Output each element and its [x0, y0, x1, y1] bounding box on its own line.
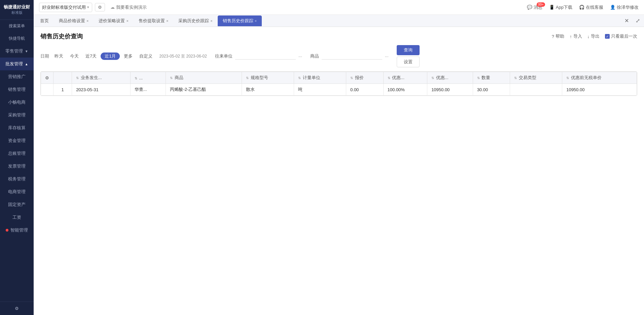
page-content: 销售历史价查询 ? 帮助 ↑ 导入 ↓ 导出 ✓ 只看最后一次 [34, 27, 644, 315]
row-date-cell: 2023-05-31 [72, 84, 131, 96]
topbar-settings-button[interactable]: ⚙ [95, 3, 105, 11]
date-options: 昨天 今天 近7天 近1月 更多 自定义 [52, 53, 155, 60]
tab-home[interactable]: 首页 [35, 15, 54, 26]
sidebar-item-ledger[interactable]: 总账管理 [0, 147, 34, 160]
tab-close-all-button[interactable]: ✕ [622, 17, 632, 25]
mobile-icon: 📱 [549, 5, 554, 10]
sort-price-icon: ⇅ [350, 76, 353, 80]
help-icon: ? [552, 34, 554, 39]
col-price[interactable]: ⇅ 报价 [346, 72, 384, 84]
date-opt-last7[interactable]: 近7天 [83, 53, 99, 60]
date-range-display: 2023-05-02 至 2023-06-02 [159, 54, 207, 59]
app-selector[interactable]: 好业财标准版交付试用 ▾ [39, 3, 92, 12]
source-unit-input[interactable] [235, 53, 296, 60]
page-header: 销售历史价查询 ? 帮助 ↑ 导入 ↓ 导出 ✓ 只看最后一次 [40, 32, 637, 40]
row-pretax-cell: 10950.00 [562, 84, 637, 96]
sidebar-item-marketing[interactable]: 营销推广 [0, 70, 34, 83]
cloud-icon: ☁ [110, 5, 115, 10]
help-button[interactable]: ? 帮助 [552, 33, 564, 39]
app-download-button[interactable]: 📱 App下载 [549, 4, 572, 10]
sidebar-item-finance[interactable]: 资金管理 [0, 134, 34, 147]
sidebar-item-xiao[interactable]: 小畅电商 [0, 96, 34, 109]
sort-discount1-icon: ⇅ [388, 76, 390, 80]
col-more[interactable]: ⇅ ... [130, 72, 166, 84]
row-settings-cell [41, 84, 53, 96]
source-unit-more-dots[interactable]: ··· [298, 54, 302, 59]
tab-sale-extract[interactable]: 售价提取设置 × [134, 15, 173, 26]
headset-icon: 🎧 [579, 5, 584, 10]
export-icon: ↓ [587, 34, 590, 39]
col-pretax[interactable]: ⇅ 优惠前无税单价 [562, 72, 637, 84]
col-product[interactable]: ⇅ 商品 [166, 72, 242, 84]
tab-sales-history[interactable]: 销售历史价跟踪 × [218, 15, 262, 26]
sidebar-item-purchase[interactable]: 采购管理 [0, 109, 34, 121]
sidebar-settings-button[interactable]: ⚙ [0, 302, 34, 315]
row-type-cell [510, 84, 562, 96]
sidebar-item-salary[interactable]: 工资 [0, 211, 34, 224]
app-name: 畅捷通好业财 [3, 4, 31, 10]
sidebar-item-assets[interactable]: 固定资产 [0, 198, 34, 211]
sidebar-item-wholesale[interactable]: 批发管理 ▲ [0, 58, 34, 70]
product-label: 商品 [310, 53, 319, 59]
col-num [53, 72, 72, 84]
col-qty[interactable]: ⇅ 数量 [473, 72, 510, 84]
row-price-cell: 0.00 [346, 84, 384, 96]
settings-setup-button[interactable]: 设置 [397, 57, 420, 67]
sidebar-item-inventory[interactable]: 库存核算 [0, 121, 34, 134]
sidebar-item-quicknav[interactable]: 快捷导航 [0, 32, 34, 45]
smart-dot-icon [6, 229, 8, 232]
sidebar-item-retail[interactable]: 零售管理 ▼ [0, 45, 34, 58]
user-profile-button[interactable]: 👤 徐泽华修改 [610, 4, 639, 10]
tab-close-purchase-history[interactable]: × [210, 19, 212, 23]
import-button[interactable]: ↑ 导入 [570, 33, 582, 39]
tab-close-sale-extract[interactable]: × [166, 19, 168, 23]
message-button[interactable]: 💬 消息 99+ [527, 4, 542, 10]
tab-expand-button[interactable]: ⤢ [633, 17, 643, 25]
sidebar-item-search[interactable]: 搜索菜单 [0, 20, 34, 32]
tab-close-product-price[interactable]: × [86, 19, 88, 23]
page-header-actions: ? 帮助 ↑ 导入 ↓ 导出 ✓ 只看最后一次 [552, 33, 637, 39]
export-button[interactable]: ↓ 导出 [587, 33, 600, 39]
checkbox-checked-icon: ✓ [605, 34, 610, 39]
col-spec[interactable]: ⇅ 规格型号 [242, 72, 294, 84]
sort-type-icon: ⇅ [514, 76, 517, 80]
online-service-button[interactable]: 🎧 在线客服 [579, 4, 603, 10]
sidebar-item-smart[interactable]: 智能管理 [0, 224, 34, 237]
sidebar-item-sales[interactable]: 销售管理 [0, 83, 34, 96]
col-discount1[interactable]: ⇅ 优惠... [383, 72, 427, 84]
demo-button[interactable]: ☁ 我要看实例演示 [108, 3, 149, 12]
query-button[interactable]: 查询 [397, 45, 420, 55]
only-last-checkbox[interactable]: ✓ 只看最后一次 [605, 33, 637, 39]
tab-close-purchase-strategy[interactable]: × [126, 19, 128, 23]
col-unit[interactable]: ⇅ 计量单位 [294, 72, 346, 84]
app-edition: 标准版 [3, 10, 31, 15]
col-date[interactable]: ⇅ 业务发生... [72, 72, 131, 84]
date-opt-more[interactable]: 更多 [121, 53, 135, 60]
date-opt-last1m[interactable]: 近1月 [101, 53, 120, 60]
col-settings[interactable]: ⚙ [41, 72, 53, 84]
row-unit-cell: 吨 [294, 84, 346, 96]
tab-purchase-history[interactable]: 采购历史价跟踪 × [173, 15, 217, 26]
col-discount2[interactable]: ⇅ 优惠... [427, 72, 473, 84]
sort-qty-icon: ⇅ [477, 76, 480, 80]
date-opt-custom[interactable]: 自定义 [137, 53, 155, 60]
product-more-dots[interactable]: ··· [385, 54, 389, 59]
tab-product-price[interactable]: 商品价格设置 × [54, 15, 94, 26]
sort-product-icon: ⇅ [170, 76, 173, 80]
tab-purchase-strategy[interactable]: 进价策略设置 × [94, 15, 133, 26]
sort-discount2-icon: ⇅ [431, 76, 434, 80]
filter-btn-group: 查询 设置 [397, 45, 420, 67]
col-type[interactable]: ⇅ 交易类型 [510, 72, 562, 84]
sidebar-item-ecom[interactable]: 电商管理 [0, 185, 34, 198]
top-bar-left: 好业财标准版交付试用 ▾ ⚙ ☁ 我要看实例演示 [39, 3, 149, 12]
sidebar-item-tax[interactable]: 税务管理 [0, 173, 34, 185]
date-opt-yesterday[interactable]: 昨天 [52, 53, 66, 60]
source-unit-filter-group: 往来单位 ··· [215, 53, 302, 60]
product-input[interactable] [322, 53, 382, 60]
sort-date-icon: ⇅ [76, 76, 79, 80]
tab-bar: 首页 商品价格设置 × 进价策略设置 × 售价提取设置 × 采购历史价跟踪 × … [34, 15, 644, 27]
row-qty-cell: 30.00 [473, 84, 510, 96]
date-opt-today[interactable]: 今天 [67, 53, 81, 60]
sidebar-item-invoice[interactable]: 发票管理 [0, 160, 34, 173]
tab-close-sales-history[interactable]: × [255, 19, 257, 23]
